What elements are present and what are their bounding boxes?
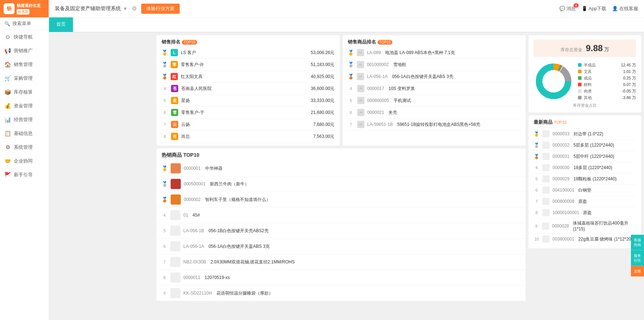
rank-item: 6 零 零售客户-于 21,680.00元: [160, 107, 336, 119]
product-img: Ai: [357, 61, 364, 68]
page-tabs: 首页: [49, 17, 644, 32]
sidebar-item-purchase[interactable]: 🛒 采购管理: [0, 71, 49, 85]
product-thumbnail: [170, 226, 180, 236]
product-name: 夹壳: [388, 110, 521, 116]
product-img: Ai: [357, 85, 364, 92]
trophy-icon: 🥇: [534, 131, 539, 137]
hot-product-item: 🥉 0000002 智利车子里（规格不知道填什么）: [156, 192, 526, 208]
trophy-icon: 🥉: [162, 197, 168, 202]
legend-item-4: 肉类 -0.05 万: [578, 89, 636, 94]
newest-product-item: 9 0000028 体城嘉枝味苏打饮品400毫升 (1*15): [534, 218, 636, 234]
sidebar-logo: 畅 畅捷通好生意 标准版: [0, 0, 49, 17]
customer-name: 零售客户-许: [181, 62, 308, 68]
rank-item: 🥇 L LS 客户 53,006.26元: [160, 47, 336, 59]
sidebar-item-guide[interactable]: 🚩 新手引导: [0, 168, 49, 182]
newest-product-img: [542, 209, 550, 216]
customer-badge: 苍: [171, 85, 178, 92]
newest-product-code: 004100001: [553, 188, 574, 193]
trial-button[interactable]: 体验行业方案: [141, 4, 180, 14]
newest-product-name: 白钢垫: [578, 187, 591, 193]
newest-product-img: [542, 186, 550, 194]
newest-products-header: 最新商品 TOP10: [534, 119, 636, 126]
sidebar-item-sales[interactable]: 🏠 销售管理: [0, 58, 49, 71]
search-icon: 🔍: [4, 21, 10, 26]
product-code: LA-056-1B: [183, 228, 204, 233]
sidebar-item-operations[interactable]: 📊 经营管理: [0, 113, 49, 127]
legend-item-2: 成品 0.25 万: [578, 75, 636, 81]
newest-product-item: 8 10000100001 原盔: [534, 207, 636, 218]
product-img: Ai: [357, 121, 364, 128]
newest-product-code: 0000028: [552, 223, 569, 229]
customer-badge: 零: [171, 109, 178, 116]
newest-product-item: 6 004100001 白钢垫: [534, 185, 636, 196]
customer-amount: 51,183.00元: [311, 62, 334, 68]
newest-product-img: [542, 130, 550, 138]
product-code: 0000017: [367, 86, 384, 91]
rank-number: 10: [534, 237, 539, 241]
product-thumbnail: [170, 241, 180, 251]
search-menu[interactable]: 🔍 搜索菜单: [0, 17, 49, 30]
cart-icon: 🛒: [4, 75, 11, 82]
product-rank-item: 4 Ai 0000017 10S 变料罗浆: [346, 83, 522, 95]
trophy-icon: 🥉: [162, 74, 168, 79]
chart-icon: 📊: [4, 116, 11, 123]
product-name: 智利车子里（规格不知道填什么）: [205, 197, 270, 203]
online-service-button[interactable]: 👤 在线客服: [612, 5, 638, 12]
rank-number: 6: [534, 188, 539, 192]
tab-home[interactable]: 首页: [49, 17, 73, 32]
product-code: 0000001: [184, 166, 201, 171]
sidebar-item-system[interactable]: ⚙ 系统管理: [0, 140, 49, 154]
sidebar-item-marketing[interactable]: 📢 营销推广: [0, 44, 49, 58]
sidebar-item-basic-info[interactable]: 📋 基础信息: [0, 127, 49, 140]
product-rank-item: 7 Ai LA-59651-1B 59651-1B旋转投影灯电池盒ABS黑色+5…: [346, 119, 522, 131]
product-thumbnail: [170, 272, 180, 283]
service-community-button[interactable]: 服务 社区: [631, 250, 644, 266]
customer-service-button[interactable]: 客服 热线: [631, 235, 644, 250]
sales-rank-panel: 销售排名 TOP10 🥇 L LS 客户 53,006.26元 🥈 零 零售客户…: [156, 35, 340, 145]
newest-product-name: 22g鱼豆腐·烧烤味 (1*12*20): [578, 236, 632, 242]
logo-icon: 畅: [4, 3, 15, 14]
product-thumbnail: [171, 179, 181, 189]
product-thumbnail: [170, 210, 180, 220]
customer-badge: 红: [171, 73, 178, 80]
hot-products-list: 🥇 0000001 中华神器 🥈 000500001 新西兰牛肉（新牛） 🥉 0…: [156, 161, 526, 301]
trophy-icon: 🥈: [162, 181, 168, 187]
newest-product-code: 0000030: [553, 165, 570, 170]
message-button[interactable]: 💬 消息 6: [559, 5, 576, 12]
trophy-icon: 🥉: [348, 74, 354, 79]
app-download-button[interactable]: 📱 App下载: [582, 5, 606, 12]
product-rank-panel: 销售商品排名 TOP10 🥇 Ai LA-089 电池盖 LA-089 ABS本…: [343, 35, 526, 145]
sidebar-item-quick-nav[interactable]: ⊙ 快捷导航: [0, 30, 49, 44]
megaphone-icon: 📢: [4, 48, 11, 54]
customer-badge: 零: [171, 61, 178, 68]
info-icon: 📋: [4, 130, 11, 137]
product-img: Ai: [357, 49, 364, 56]
product-thumbnail: [171, 194, 181, 205]
box-icon: 📦: [4, 89, 11, 95]
sales-rank-header: 销售排名 TOP10: [156, 35, 340, 47]
livestream-button[interactable]: 直播: [631, 266, 644, 276]
customer-rank-list: 🥇 L LS 客户 53,006.26元 🥈 零 零售客户-许 51,183.0…: [156, 47, 340, 145]
sidebar-item-enterprise[interactable]: 🤝 企业协同: [0, 154, 49, 168]
product-name: 手机测试: [394, 98, 521, 104]
newest-product-item: 🥇 0000033 封边带 (1.0*22): [534, 128, 636, 140]
sidebar-item-inventory[interactable]: 📦 库存核算: [0, 85, 49, 99]
topbar: 装备及固定资产辅助管理系统 ▼ ⚙ 体验行业方案 💬 消息 6 📱 App下载 …: [49, 0, 644, 17]
newest-product-item: 10 003800001 22g鱼豆腐·烧烤味 (1*12*20): [534, 234, 636, 245]
hot-product-item: 8 0000011 12070519-xs: [156, 270, 526, 286]
trophy-icon: 🥇: [348, 50, 354, 56]
newest-product-img: [542, 222, 549, 230]
settings-icon[interactable]: ⚙: [132, 5, 137, 12]
customer-name: 肖总: [181, 134, 310, 140]
home-icon: ⊙: [4, 34, 11, 40]
customer-amount: 7,563.00元: [313, 134, 335, 140]
product-rank-list: 🥇 Ai LA-089 电池盖 LA-089 ABS本色+黑种 7.1克 🥈 A…: [343, 47, 526, 134]
content-middle: 销售排名 TOP10 🥇 L LS 客户 53,006.26元 🥈 零 零售客户…: [156, 35, 526, 317]
rank-item: 5 星 星扬 33,333.00元: [160, 95, 336, 107]
rank-item: 🥈 零 零售客户-许 51,183.00元: [160, 59, 336, 71]
system-name: 装备及固定资产辅助管理系统 ▼: [55, 5, 127, 12]
content-left-spacer: [52, 35, 154, 317]
product-thumbnail: [170, 288, 180, 298]
sidebar-item-finance[interactable]: 💰 资金管理: [0, 99, 49, 113]
newest-product-name: 18多层 (1220*2440): [574, 165, 612, 171]
